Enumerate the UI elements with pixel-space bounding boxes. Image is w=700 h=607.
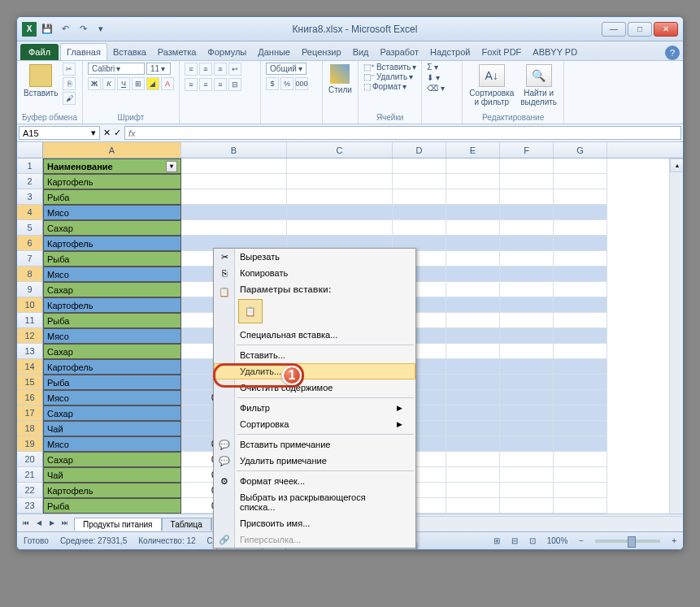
cell[interactable] <box>500 421 554 436</box>
border-button[interactable]: ⊞ <box>132 77 145 90</box>
vertical-scrollbar[interactable]: ▴ <box>669 158 683 514</box>
tab-foxit[interactable]: Foxit PDF <box>476 44 527 60</box>
cm-insert[interactable]: Вставить... <box>214 347 415 363</box>
select-all-corner[interactable] <box>17 142 43 158</box>
row-header[interactable]: 6 <box>17 236 43 251</box>
cell[interactable]: Рыба <box>43 498 181 514</box>
cells-format-button[interactable]: ⬚ Формат ▾ <box>363 82 407 91</box>
cell[interactable]: Сахар <box>43 220 181 236</box>
tab-layout[interactable]: Разметка <box>152 44 202 60</box>
row-header[interactable]: 2 <box>17 174 43 189</box>
cell[interactable] <box>554 328 607 344</box>
row-header[interactable]: 13 <box>17 344 43 359</box>
cell[interactable] <box>500 483 554 498</box>
cell[interactable]: Картофель <box>43 174 181 189</box>
cell[interactable] <box>554 467 607 483</box>
cell[interactable] <box>446 344 500 359</box>
sort-filter-button[interactable]: A↓ Сортировка и фильтр <box>467 63 515 108</box>
row-header[interactable]: 16 <box>17 390 43 405</box>
cell[interactable] <box>500 313 554 328</box>
cell[interactable] <box>181 174 287 189</box>
cell[interactable] <box>287 189 393 205</box>
cell[interactable] <box>287 174 393 189</box>
row-3[interactable]: 3Рыба <box>17 189 683 205</box>
cell[interactable] <box>446 421 500 436</box>
cell[interactable] <box>500 267 554 282</box>
align-top[interactable]: ≡ <box>185 63 198 76</box>
row-header[interactable]: 3 <box>17 189 43 205</box>
row-header[interactable]: 8 <box>17 267 43 282</box>
cm-dropdown-list[interactable]: Выбрать из раскрывающегося списка... <box>214 489 415 515</box>
cell[interactable]: Сахар <box>43 344 181 359</box>
align-center[interactable]: ≡ <box>199 78 212 91</box>
cell[interactable] <box>554 344 607 359</box>
cell[interactable] <box>287 220 393 236</box>
font-combo[interactable]: Calibri▾ <box>88 63 145 75</box>
sheet-nav-prev[interactable]: ◀ <box>33 518 45 529</box>
cells-insert-button[interactable]: ⬚⁺ Вставить ▾ <box>363 63 416 72</box>
tab-view[interactable]: Вид <box>347 44 375 60</box>
row-header[interactable]: 18 <box>17 421 43 436</box>
cell[interactable] <box>500 359 554 375</box>
row-header[interactable]: 5 <box>17 220 43 236</box>
sheet-nav-first[interactable]: ⏮ <box>20 518 32 529</box>
currency-button[interactable]: $ <box>266 77 279 90</box>
wrap-text[interactable]: ↩ <box>228 63 241 76</box>
cell[interactable] <box>554 282 607 297</box>
row-header[interactable]: 14 <box>17 359 43 375</box>
col-header-B[interactable]: B <box>181 142 287 158</box>
cell[interactable] <box>287 158 393 174</box>
cell[interactable] <box>446 189 500 205</box>
tab-home[interactable]: Главная <box>60 43 107 60</box>
cell[interactable] <box>554 359 607 375</box>
col-header-G[interactable]: G <box>554 142 607 158</box>
formula-input[interactable]: fx <box>124 126 681 140</box>
col-header-F[interactable]: F <box>500 142 554 158</box>
cell[interactable] <box>500 467 554 483</box>
fill-button[interactable]: ⬇ ▾ <box>427 73 457 82</box>
tab-addins[interactable]: Надстрой <box>424 44 476 60</box>
cell[interactable]: Чай <box>43 467 181 483</box>
cell[interactable] <box>500 375 554 390</box>
row-header[interactable]: 10 <box>17 297 43 313</box>
autosum-button[interactable]: Σ ▾ <box>427 63 457 72</box>
percent-button[interactable]: % <box>280 77 293 90</box>
cell[interactable] <box>554 205 607 220</box>
cell[interactable] <box>446 205 500 220</box>
cell[interactable] <box>181 220 287 236</box>
help-button[interactable]: ? <box>665 46 680 60</box>
bold-button[interactable]: Ж <box>88 77 101 90</box>
row-header[interactable]: 19 <box>17 436 43 452</box>
cell[interactable] <box>446 267 500 282</box>
cell[interactable]: Рыба <box>43 313 181 328</box>
cancel-formula-icon[interactable]: ✕ <box>102 124 112 141</box>
cell[interactable] <box>554 436 607 452</box>
cell[interactable]: Мясо <box>43 436 181 452</box>
enter-formula-icon[interactable]: ✓ <box>112 124 123 141</box>
cell[interactable] <box>554 375 607 390</box>
cm-format-cells[interactable]: ⚙Формат ячеек... <box>214 473 415 489</box>
cell[interactable] <box>446 467 500 483</box>
cell[interactable] <box>554 421 607 436</box>
format-painter-icon[interactable]: 🖌 <box>63 92 76 105</box>
tab-file[interactable]: Файл <box>20 44 59 60</box>
cell[interactable] <box>500 251 554 267</box>
cm-paste-option[interactable]: 📋 <box>238 299 263 323</box>
cell[interactable] <box>500 189 554 205</box>
cell[interactable] <box>554 267 607 282</box>
cell[interactable]: Картофель <box>43 297 181 313</box>
row-header[interactable]: 12 <box>17 328 43 344</box>
row-header[interactable]: 20 <box>17 452 43 467</box>
cell[interactable] <box>500 328 554 344</box>
cm-delete-comment[interactable]: 💬Удалить примечание <box>214 453 415 469</box>
zoom-level[interactable]: 100% <box>547 536 568 545</box>
fill-color-button[interactable]: ◢ <box>146 77 159 90</box>
cell[interactable] <box>500 297 554 313</box>
align-left[interactable]: ≡ <box>185 78 198 91</box>
align-bottom[interactable]: ≡ <box>214 63 227 76</box>
cell[interactable] <box>393 220 446 236</box>
zoom-out-button[interactable]: − <box>579 536 584 545</box>
cell[interactable] <box>554 236 607 251</box>
filter-button[interactable]: ▾ <box>166 161 177 172</box>
align-right[interactable]: ≡ <box>214 78 227 91</box>
